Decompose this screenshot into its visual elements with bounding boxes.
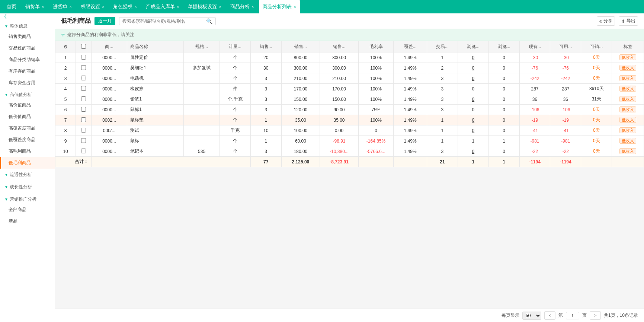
sidebar-item-高价值商品[interactable]: 高价值商品 — [0, 99, 55, 111]
search-input[interactable] — [122, 19, 206, 24]
cell-gross-rate: 100% — [358, 94, 393, 105]
footer-current: -1194 — [519, 157, 550, 167]
cell-seq: 6 — [55, 105, 76, 115]
sidebar-item-低覆盖度商品[interactable]: 低覆盖度商品 — [0, 134, 55, 146]
nav-close-icon[interactable]: × — [250, 4, 254, 9]
cell-view1[interactable]: 0 — [458, 105, 488, 115]
nav-item-单据模板设置[interactable]: 单据模板设置 × — [184, 0, 225, 13]
prev-page-button[interactable]: ＜ — [544, 311, 555, 320]
sidebar-item-新品[interactable]: 新品 — [0, 216, 55, 227]
cell-tag: 低收入 — [612, 84, 644, 94]
cell-view1[interactable]: 0 — [458, 115, 488, 125]
cell-trans: 3 — [427, 146, 458, 157]
sidebar-item-销售类商品[interactable]: 销售类商品 — [0, 31, 55, 42]
th-settings[interactable]: ⚙ — [55, 41, 76, 52]
cell-view2: 0 — [488, 52, 519, 63]
sidebar-collapse-btn[interactable]: 《 — [0, 13, 8, 20]
sidebar-item-全部商品[interactable]: 全部商品 — [0, 204, 55, 216]
share-icon: ⎋ — [599, 19, 602, 24]
cell-cover: 1.49% — [394, 105, 427, 115]
nav-item-首页[interactable]: 首页 — [3, 0, 20, 13]
cell-check[interactable] — [76, 105, 91, 115]
next-page-button[interactable]: ＞ — [590, 311, 601, 320]
cell-tag: 低收入 — [612, 115, 644, 125]
page-number-input[interactable] — [566, 312, 579, 319]
nav-item-产成品入库单[interactable]: 产成品入库单 × — [142, 0, 183, 13]
cell-check[interactable] — [76, 115, 91, 125]
sidebar-item-交易过的商品[interactable]: 交易过的商品 — [0, 42, 55, 54]
cell-cover: 1.49% — [394, 52, 427, 63]
nav-item-销货单[interactable]: 销货单 × — [22, 0, 48, 13]
sidebar-item-商品分类助销率[interactable]: 商品分类助销率 — [0, 54, 55, 66]
data-table: ⚙ 商... 商品名称 规格... 计量... 销售... 销售... 销售..… — [55, 41, 644, 167]
nav-close-icon[interactable]: × — [292, 4, 296, 9]
cell-check[interactable] — [76, 73, 91, 84]
sidebar-item-高覆盖度商品[interactable]: 高覆盖度商品 — [0, 122, 55, 134]
cell-check[interactable] — [76, 125, 91, 136]
search-icon[interactable]: 🔍 — [206, 18, 212, 24]
cell-gross-rate: 100% — [358, 73, 393, 84]
cell-view1[interactable]: 0 — [458, 84, 488, 94]
cell-check[interactable] — [76, 63, 91, 73]
check-all[interactable] — [81, 44, 86, 49]
cell-check[interactable] — [76, 84, 91, 94]
cell-view1[interactable]: 0 — [458, 94, 488, 105]
export-button[interactable]: ⬆ 导出 — [619, 16, 638, 26]
cell-view1[interactable]: 0 — [458, 63, 488, 73]
cell-view1[interactable]: 0 — [458, 73, 488, 84]
sidebar-group-高低值分析[interactable]: ▼ 高低值分析 — [0, 89, 55, 99]
sidebar-item-低价值商品[interactable]: 低价值商品 — [0, 111, 55, 122]
sidebar-item-低毛利商品[interactable]: 低毛利商品 — [0, 157, 55, 169]
content-area: 低毛利商品 近一月 🔍 ⎋ 分享 ⬆ 导出 ☆ 这部分商品的利润非常低，请关注 — [55, 13, 644, 322]
cell-name: 鼠标 — [127, 136, 184, 146]
cell-spec — [184, 84, 220, 94]
cell-salable: 31天 — [581, 94, 612, 105]
cell-check[interactable] — [76, 146, 91, 157]
nav-close-icon[interactable]: × — [41, 4, 44, 9]
nav-close-icon[interactable]: × — [133, 4, 137, 9]
cell-salable: 0天 — [581, 52, 612, 63]
cell-trans: 3 — [427, 105, 458, 115]
share-button[interactable]: ⎋ 分享 — [597, 16, 615, 26]
sidebar-item-有库存的商品[interactable]: 有库存的商品 — [0, 66, 55, 77]
cell-name: 电话机 — [127, 73, 184, 84]
nav-item-商品分析列表[interactable]: 商品分析列表 × — [259, 0, 299, 13]
cell-check[interactable] — [76, 94, 91, 105]
cell-cover: 1.49% — [394, 115, 427, 125]
footer-available: -1194 — [550, 157, 581, 167]
cell-current: -30 — [519, 52, 550, 63]
nav-close-icon[interactable]: × — [68, 4, 71, 9]
sidebar-group-成长性分析[interactable]: ▼ 成长性分析 — [0, 181, 55, 192]
nav-item-权限设置[interactable]: 权限设置 × — [77, 0, 108, 13]
th-available: 可用... — [550, 41, 581, 52]
cell-gross-rate: 100% — [358, 115, 393, 125]
nav-close-icon[interactable]: × — [218, 4, 221, 9]
footer-salable — [581, 157, 612, 167]
sidebar-item-库存资金占用[interactable]: 库存资金占用 — [0, 77, 55, 89]
page-size-select[interactable]: 50 20 100 — [522, 312, 541, 320]
nav-close-icon[interactable]: × — [176, 4, 179, 9]
cell-gross-rate: -5766.6... — [358, 146, 393, 157]
cell-name: 吴细细1 — [127, 63, 184, 73]
nav-close-icon[interactable]: × — [101, 4, 104, 9]
cell-check[interactable] — [76, 136, 91, 146]
cell-view1[interactable]: 0 — [458, 125, 488, 136]
th-sales-qty: 销售... — [250, 41, 281, 52]
cell-cover: 1.49% — [394, 125, 427, 136]
sidebar-group-流通性分析[interactable]: ▼ 流通性分析 — [0, 169, 55, 179]
cell-view1[interactable]: 0 — [458, 52, 488, 63]
nav-item-角色授权[interactable]: 角色授权 × — [109, 0, 140, 13]
cell-check[interactable] — [76, 52, 91, 63]
th-view1: 浏览... — [458, 41, 488, 52]
sidebar-group-整体信息[interactable]: ▼ 整体信息 — [0, 20, 55, 31]
nav-item-进货单[interactable]: 进货单 × — [49, 0, 75, 13]
cell-current: -22 — [519, 146, 550, 157]
sidebar-item-高毛利商品[interactable]: 高毛利商品 — [0, 146, 55, 157]
cell-cover: 1.49% — [394, 146, 427, 157]
date-filter-button[interactable]: 近一月 — [94, 17, 115, 25]
sidebar-group-营销推广分析[interactable]: ▼ 营销推广分析 — [0, 193, 55, 204]
cell-view1[interactable]: 1 — [458, 136, 488, 146]
cell-view1[interactable]: 0 — [458, 146, 488, 157]
cell-trans: 3 — [427, 73, 458, 84]
nav-item-商品分析[interactable]: 商品分析 × — [227, 0, 257, 13]
